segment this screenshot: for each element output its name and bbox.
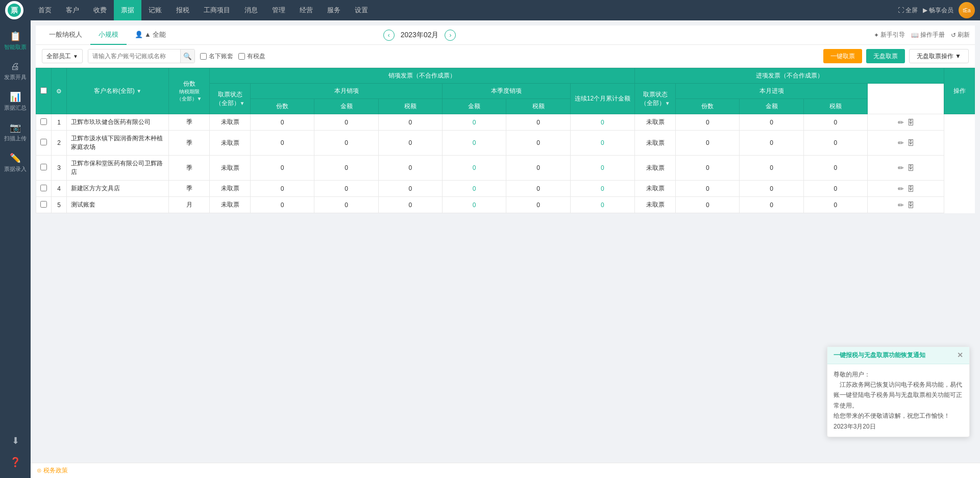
- edit-icon[interactable]: ✏: [898, 164, 904, 172]
- edit-icon[interactable]: ✏: [898, 185, 904, 193]
- member-button[interactable]: ▶ 畅享会员: [923, 6, 953, 15]
- table-row: 2 卫辉市汲水镇下园润香阁营木种植家庭农场 季 未取票 0 0 0 0 0 0 …: [36, 131, 975, 156]
- tax-policy-link[interactable]: ⊙ 税务政策: [37, 466, 68, 475]
- row-select-checkbox[interactable]: [40, 118, 47, 125]
- manual-button[interactable]: 📖 操作手册: [911, 31, 945, 39]
- settings-icon[interactable]: ⚙: [56, 88, 62, 95]
- sidebar-item-smart-ticket[interactable]: 📋 智能取票: [0, 26, 31, 56]
- fullscreen-button[interactable]: ⛶ 全屏: [898, 6, 918, 15]
- th-sales-monthly-amount: 金额: [314, 99, 378, 114]
- row-purchase-status: 未取票: [635, 114, 676, 131]
- row-select-checkbox[interactable]: [40, 139, 47, 145]
- employee-select[interactable]: 全部员工 ▼: [42, 49, 83, 63]
- prev-month-button[interactable]: ‹: [383, 30, 395, 41]
- row-checkbox: [36, 181, 52, 197]
- tax-period-filter-icon[interactable]: ▼: [197, 96, 202, 102]
- checkbox-has-disk[interactable]: 有税盘: [238, 52, 265, 61]
- nav-fee[interactable]: 收费: [86, 0, 114, 20]
- under-account-checkbox[interactable]: [200, 53, 207, 60]
- next-month-button[interactable]: ›: [445, 30, 456, 41]
- nav-manage[interactable]: 管理: [265, 0, 292, 20]
- nav-client[interactable]: 客户: [59, 0, 86, 20]
- view-icon[interactable]: 🗄: [907, 185, 914, 193]
- row-sales-monthly-count: 0: [251, 181, 314, 197]
- view-icon[interactable]: 🗄: [907, 164, 914, 172]
- sidebar-help[interactable]: ❓: [0, 451, 31, 473]
- nav-settings[interactable]: 设置: [348, 0, 375, 20]
- sidebar-item-scan-upload[interactable]: 📷 扫描上传: [0, 117, 31, 147]
- search-button[interactable]: 🔍: [180, 49, 194, 63]
- th-cumulative-12m: 连续12个月累计金额: [570, 84, 634, 114]
- tab-small-scale[interactable]: 小规模: [90, 26, 127, 45]
- view-icon[interactable]: 🗄: [907, 118, 914, 127]
- refresh-button[interactable]: ↺ 刷新: [951, 31, 970, 39]
- nav-right: ⛶ 全屏 ▶ 畅享会员 tEa: [898, 2, 975, 18]
- row-client: 测试账套: [67, 197, 169, 213]
- row-purchase-status: 未取票: [635, 197, 676, 213]
- row-select-checkbox[interactable]: [40, 201, 47, 208]
- row-purchase-monthly-count: 0: [676, 114, 740, 131]
- row-sales-monthly-tax: 0: [378, 131, 442, 156]
- nav-tax[interactable]: 报税: [169, 0, 197, 20]
- nav-invoice[interactable]: 票据: [114, 0, 141, 20]
- sidebar-item-invoice-entry[interactable]: ✏️ 票据录入: [0, 147, 31, 178]
- nav-business[interactable]: 工商项目: [197, 0, 237, 20]
- app-logo: 票: [5, 1, 23, 19]
- nav-home[interactable]: 首页: [31, 0, 59, 20]
- row-client: 卫辉市汲水镇下园润香阁营木种植家庭农场: [67, 131, 169, 156]
- row-purchase-status: 未取票: [635, 156, 676, 181]
- row-tax-period: 季: [169, 131, 210, 156]
- sidebar-item-label: 扫描上传: [4, 135, 27, 142]
- sub-nav-right-actions: ✦ 新手引导 📖 操作手册 ↺ 刷新: [874, 31, 970, 39]
- new-guide-button[interactable]: ✦ 新手引导: [874, 31, 905, 39]
- sales-status-filter-icon[interactable]: ▼: [240, 100, 245, 106]
- th-monthly-sales: 本月销项: [251, 84, 443, 99]
- sidebar-item-invoice-summary[interactable]: 📊 票据汇总: [0, 86, 31, 117]
- no-disk-ops-button[interactable]: 无盘取票操作 ▼: [909, 49, 969, 63]
- nav-accounting[interactable]: 记账: [141, 0, 169, 20]
- row-sales-quarterly-tax: 0: [506, 131, 570, 156]
- th-sales-monthly-tax: 税额: [378, 99, 442, 114]
- select-all-checkbox[interactable]: [40, 87, 47, 94]
- edit-icon[interactable]: ✏: [898, 139, 904, 147]
- checkbox-under-account[interactable]: 名下账套: [200, 52, 233, 61]
- nav-service[interactable]: 服务: [320, 0, 348, 20]
- client-filter-icon[interactable]: ▼: [136, 88, 141, 94]
- tab-all-in-one[interactable]: 👤 ▲ 全能: [127, 26, 174, 45]
- nav-operation[interactable]: 经营: [292, 0, 320, 20]
- row-select-checkbox[interactable]: [40, 185, 47, 191]
- row-sales-quarterly-amount: 0: [443, 156, 506, 181]
- row-index: 2: [52, 131, 67, 156]
- row-select-checkbox[interactable]: [40, 164, 47, 170]
- row-sales-monthly-amount: 0: [314, 131, 378, 156]
- th-purchase-section: 进项发票（不合作成票）: [635, 68, 944, 84]
- manual-icon: 📖: [911, 32, 919, 39]
- sidebar-item-issue-invoice[interactable]: 🖨 发票开具: [0, 56, 31, 86]
- view-icon[interactable]: 🗄: [907, 139, 914, 147]
- sidebar-download[interactable]: ⬇: [0, 430, 31, 451]
- no-disk-ticket-button[interactable]: 无盘取票: [866, 49, 905, 63]
- row-checkbox: [36, 131, 52, 156]
- row-sales-monthly-amount: 0: [314, 114, 378, 131]
- one-key-ticket-button[interactable]: 一键取票: [823, 49, 862, 63]
- notification-close-button[interactable]: ✕: [957, 351, 963, 359]
- user-avatar[interactable]: tEa: [959, 2, 975, 18]
- tab-general-taxpayer[interactable]: 一般纳税人: [41, 26, 90, 45]
- row-purchase-monthly-amount: 0: [740, 114, 803, 131]
- purchase-status-filter-icon[interactable]: ▼: [665, 100, 670, 106]
- row-sales-status: 未取票: [210, 114, 251, 131]
- row-purchase-monthly-amount: 0: [740, 197, 803, 213]
- row-tax-period: 季: [169, 114, 210, 131]
- row-sales-cumulative: 0: [570, 197, 634, 213]
- month-navigation: ‹ 2023年02月 ›: [383, 30, 456, 41]
- has-disk-checkbox[interactable]: [238, 53, 245, 60]
- nav-message[interactable]: 消息: [237, 0, 265, 20]
- table-row: 5 测试账套 月 未取票 0 0 0 0 0 0 未取票 0 0 0 ✏ 🗄: [36, 197, 975, 213]
- row-actions: ✏ 🗄: [868, 156, 944, 181]
- search-input[interactable]: [88, 49, 180, 63]
- edit-icon[interactable]: ✏: [898, 201, 904, 209]
- search-box: 🔍: [88, 49, 195, 63]
- row-sales-monthly-count: 0: [251, 114, 314, 131]
- edit-icon[interactable]: ✏: [898, 118, 904, 127]
- view-icon[interactable]: 🗄: [907, 201, 914, 209]
